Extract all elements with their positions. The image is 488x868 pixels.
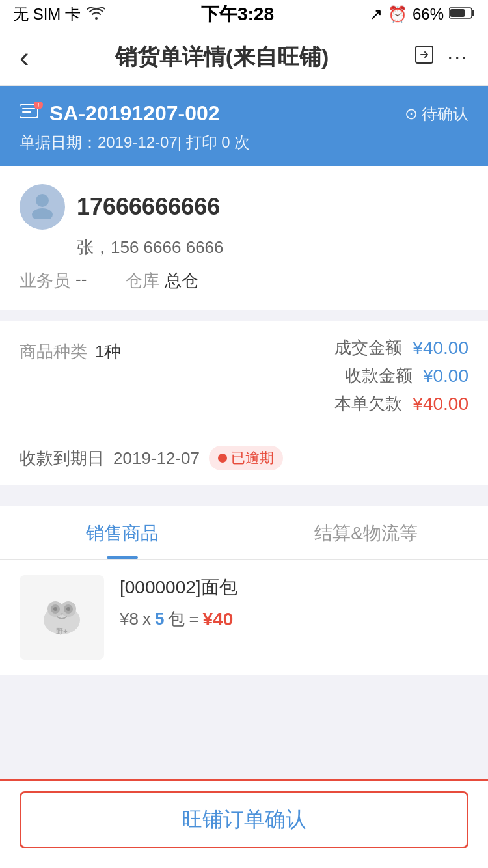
alarm-icon: ⏰ <box>388 5 407 23</box>
equals-sign: = <box>189 609 198 629</box>
clock-icon: ⊙ <box>405 105 418 123</box>
tab-settlement[interactable]: 结算&物流等 <box>244 506 488 559</box>
sales-value: -- <box>75 269 87 292</box>
product-price-row: ¥8 x 5 包 = ¥40 <box>120 608 468 631</box>
amount-value-received: ¥0.00 <box>423 366 468 387</box>
overdue-badge: 已逾期 <box>209 446 283 470</box>
location-icon: ↗ <box>370 5 383 23</box>
nav-bar: ‹ 销货单详情(来自旺铺) ··· <box>0 29 488 86</box>
customer-section: 17666666666 张，156 6666 6666 业务员 -- 仓库 总仓 <box>0 166 488 310</box>
unit-price: ¥8 <box>120 609 139 629</box>
amount-row-received: 收款金额 ¥0.00 <box>345 364 468 387</box>
warehouse-value: 总仓 <box>165 269 198 292</box>
product-info: [0000002]面包 ¥8 x 5 包 = ¥40 <box>120 575 468 631</box>
summary-left: 商品种类 1种 <box>20 336 121 363</box>
product-owl-icon: 野+ <box>33 584 91 651</box>
customer-meta: 业务员 -- 仓库 总仓 <box>20 269 468 292</box>
svg-point-7 <box>36 194 49 207</box>
order-id: ! SA-20191207-002 <box>20 102 220 126</box>
summary-section: 商品种类 1种 成交金额 ¥40.00 收款金额 ¥0.00 本单欠款 ¥40.… <box>0 321 488 431</box>
due-section: 收款到期日 2019-12-07 已逾期 <box>0 431 488 485</box>
total-price: ¥40 <box>203 609 234 630</box>
svg-point-14 <box>53 607 57 611</box>
nav-left[interactable]: ‹ <box>20 43 29 72</box>
overdue-text: 已逾期 <box>231 448 274 468</box>
product-type-label: 商品种类 <box>20 340 87 363</box>
product-type-value: 1种 <box>95 340 121 363</box>
order-status: ⊙ 待确认 <box>405 103 468 124</box>
bottom-spacer <box>0 686 488 790</box>
svg-rect-2 <box>450 9 465 17</box>
summary-right: 成交金额 ¥40.00 收款金额 ¥0.00 本单欠款 ¥40.00 <box>334 336 468 415</box>
share-icon[interactable] <box>414 45 434 69</box>
amount-label-owed: 本单欠款 <box>334 392 402 415</box>
order-header-card: ! SA-20191207-002 ⊙ 待确认 单据日期：2019-12-07|… <box>0 86 488 166</box>
customer-name: 张，156 6666 6666 <box>20 236 468 259</box>
customer-phone: 17666666666 <box>77 193 220 221</box>
product-section: 野+ [0000002]面包 ¥8 x 5 包 = ¥40 <box>0 560 488 675</box>
overdue-dot-icon <box>218 454 227 463</box>
amount-row-owed: 本单欠款 ¥40.00 <box>334 392 468 415</box>
page-title: 销货单详情(来自旺铺) <box>115 42 329 72</box>
summary-row: 商品种类 1种 成交金额 ¥40.00 收款金额 ¥0.00 本单欠款 ¥40.… <box>20 336 468 415</box>
amount-row-deal: 成交金额 ¥40.00 <box>334 336 468 359</box>
product-name: [0000002]面包 <box>120 575 468 600</box>
customer-top: 17666666666 <box>20 184 468 230</box>
product-thumbnail: 野+ <box>20 575 104 660</box>
multiply-sign: x <box>142 609 151 629</box>
svg-rect-1 <box>472 10 474 16</box>
tabs: 销售商品 结算&物流等 <box>0 506 488 560</box>
order-date: 单据日期：2019-12-07| 打印 0 次 <box>20 132 468 153</box>
due-date-label: 收款到期日 <box>20 447 104 470</box>
amount-value-deal: ¥40.00 <box>413 338 468 359</box>
battery-text: 66% <box>413 5 444 23</box>
avatar-icon <box>28 190 57 224</box>
confirm-order-button[interactable]: 旺铺订单确认 <box>20 791 468 848</box>
order-header-top: ! SA-20191207-002 ⊙ 待确认 <box>20 102 468 126</box>
status-left: 无 SIM 卡 <box>13 4 105 25</box>
divider-2 <box>0 485 488 495</box>
svg-text:野+: 野+ <box>56 627 67 635</box>
status-time: 下午3:28 <box>201 2 274 27</box>
status-bar: 无 SIM 卡 下午3:28 ↗ ⏰ 66% <box>0 0 488 29</box>
amount-value-owed: ¥40.00 <box>413 394 468 414</box>
back-button[interactable]: ‹ <box>20 43 29 72</box>
amount-label-received: 收款金额 <box>345 364 413 387</box>
svg-point-8 <box>32 208 53 219</box>
svg-point-15 <box>66 607 70 611</box>
svg-text:!: ! <box>38 102 40 109</box>
carrier-text: 无 SIM 卡 <box>13 4 81 25</box>
wifi-icon <box>87 5 105 23</box>
more-icon[interactable]: ··· <box>447 45 468 69</box>
battery-icon <box>449 5 475 23</box>
sales-label: 业务员 <box>20 269 70 292</box>
amount-label-deal: 成交金额 <box>334 336 402 359</box>
status-right: ↗ ⏰ 66% <box>370 5 475 23</box>
nav-right[interactable]: ··· <box>414 45 468 69</box>
warehouse-meta: 仓库 总仓 <box>126 269 198 292</box>
order-icon: ! <box>20 102 43 125</box>
sales-meta: 业务员 -- <box>20 269 87 292</box>
due-date-value: 2019-12-07 <box>113 448 200 468</box>
divider-1 <box>0 310 488 321</box>
bottom-bar: 旺铺订单确认 <box>0 779 488 868</box>
quantity: 5 <box>155 609 164 629</box>
avatar <box>20 184 65 230</box>
unit: 包 <box>168 608 185 631</box>
warehouse-label: 仓库 <box>126 269 159 292</box>
tab-sales-products[interactable]: 销售商品 <box>0 506 244 559</box>
